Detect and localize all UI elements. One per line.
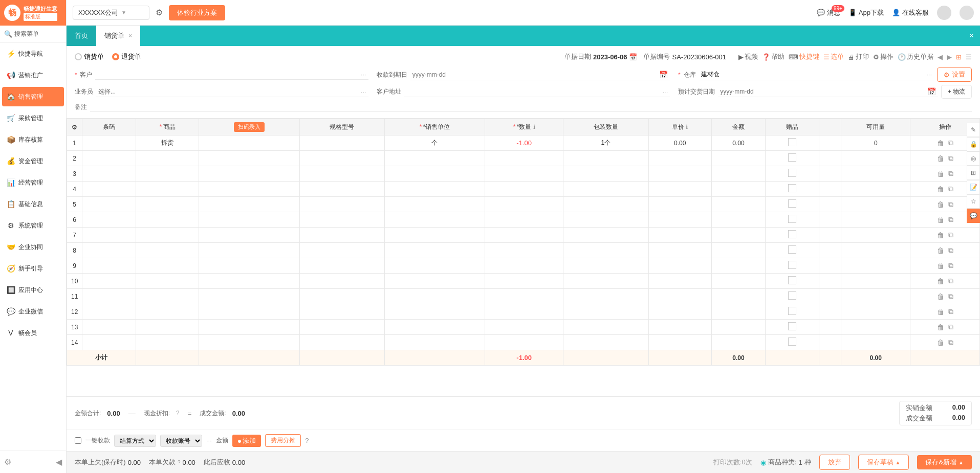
copy-row-icon[interactable]: ⧉ xyxy=(947,276,954,286)
copy-row-icon[interactable]: ⧉ xyxy=(947,153,954,164)
delete-row-icon[interactable]: 🗑 xyxy=(936,199,945,210)
cell-qty[interactable]: -1.00 xyxy=(485,136,563,151)
cell-barcode[interactable] xyxy=(82,136,136,151)
delete-row-icon[interactable]: 🗑 xyxy=(936,138,945,148)
copy-row-icon[interactable]: ⧉ xyxy=(947,322,954,332)
prev-icon[interactable]: ◀ xyxy=(938,53,943,61)
sidebar-item-guide[interactable]: 🧭 新手引导 xyxy=(2,259,64,278)
logistics-button[interactable]: + 物流 xyxy=(941,85,972,99)
cell-gift[interactable] xyxy=(765,136,819,151)
history-action[interactable]: 🕐 历史单据 xyxy=(898,52,933,61)
discount-help-icon[interactable]: ? xyxy=(176,410,180,417)
delete-row-icon[interactable]: 🗑 xyxy=(936,337,945,348)
delete-row-icon[interactable]: 🗑 xyxy=(936,276,945,286)
due-date-input[interactable] xyxy=(412,71,660,78)
copy-row-icon[interactable]: ⧉ xyxy=(947,168,954,179)
sidebar-item-marketing[interactable]: 📢 营销推广 xyxy=(2,65,64,85)
settings-button[interactable]: ⚙ 设置 xyxy=(937,67,972,82)
copy-row-icon[interactable]: ⧉ xyxy=(947,138,954,148)
customer-input[interactable] xyxy=(97,71,361,78)
sidebar-item-sales[interactable]: 🏠 销售管理 xyxy=(2,87,64,106)
help-action[interactable]: ❓ 帮助 xyxy=(762,52,785,61)
radio-return[interactable]: 退货单 xyxy=(112,52,141,61)
product-type-radio-icon[interactable]: ◉ xyxy=(760,459,766,466)
operate-action[interactable]: ⚙ 操作 xyxy=(873,52,894,61)
sidebar-item-quicknav[interactable]: ⚡ 快捷导航 xyxy=(2,44,64,63)
due-date-calendar-icon[interactable]: 📅 xyxy=(659,71,668,79)
delete-row-icon[interactable]: 🗑 xyxy=(936,169,945,179)
delete-row-icon[interactable]: 🗑 xyxy=(936,230,945,240)
delete-row-icon[interactable]: 🗑 xyxy=(936,322,945,332)
customer-dots-icon[interactable]: ··· xyxy=(361,71,366,78)
float-btn-7[interactable]: 💬 xyxy=(967,209,980,223)
calendar-icon[interactable]: 📅 xyxy=(629,53,637,61)
copy-row-icon[interactable]: ⧉ xyxy=(947,245,954,256)
th-scan[interactable]: 扫码录入 xyxy=(199,119,299,136)
delete-row-icon[interactable]: 🗑 xyxy=(936,153,945,164)
expense-help-icon[interactable]: ? xyxy=(305,437,309,444)
message-button[interactable]: 💬 消息 99+ xyxy=(817,8,840,17)
float-btn-1[interactable]: ✎ xyxy=(967,123,980,137)
list-icon[interactable]: ☰ xyxy=(966,53,972,61)
shortcut-action[interactable]: ⌨ 快捷键 xyxy=(789,52,819,61)
expense-split-button[interactable]: 费用分摊 xyxy=(265,434,301,447)
settings-icon[interactable]: ⚙ xyxy=(2,455,13,469)
tab-close-icon[interactable]: × xyxy=(128,32,132,39)
addr-dots-icon[interactable]: ··· xyxy=(662,88,668,96)
copy-row-icon[interactable]: ⧉ xyxy=(947,291,954,302)
delete-row-icon[interactable]: 🗑 xyxy=(936,245,945,256)
calc-method-select[interactable]: 结算方式 xyxy=(114,435,156,447)
sidebar-item-finance[interactable]: 💰 资金管理 xyxy=(2,151,64,171)
copy-row-icon[interactable]: ⧉ xyxy=(947,230,954,240)
sidebar-item-inventory[interactable]: 📦 库存核算 xyxy=(2,130,64,149)
float-btn-5[interactable]: 📝 xyxy=(967,180,980,194)
grid-icon[interactable]: ⊞ xyxy=(956,53,962,61)
video-action[interactable]: ▶ 视频 xyxy=(738,52,758,61)
expected-date-calendar-icon[interactable]: 📅 xyxy=(927,87,936,96)
sidebar-item-cooperation[interactable]: 🤝 企业协同 xyxy=(2,237,64,257)
sidebar-item-member[interactable]: V 畅会员 xyxy=(2,323,64,343)
cell-unit[interactable]: 个 xyxy=(384,136,485,151)
save-draft-button[interactable]: 保存草稿 ▲ xyxy=(858,455,909,470)
cell-price[interactable]: 0.00 xyxy=(648,136,712,151)
delete-row-icon[interactable]: 🗑 xyxy=(936,261,945,271)
one-click-checkbox[interactable] xyxy=(75,437,81,444)
abandon-button[interactable]: 放弃 xyxy=(819,455,850,470)
cell-spec[interactable] xyxy=(299,136,384,151)
online-support-button[interactable]: 👤 在线客服 xyxy=(892,8,929,17)
th-settings[interactable]: ⚙ xyxy=(67,119,82,136)
delete-row-icon[interactable]: 🗑 xyxy=(936,215,945,225)
float-btn-2[interactable]: 🔒 xyxy=(967,137,980,151)
copy-row-icon[interactable]: ⧉ xyxy=(947,184,954,194)
add-button[interactable]: ● 添加 xyxy=(232,435,261,447)
float-btn-4[interactable]: ⊞ xyxy=(967,166,980,180)
float-btn-3[interactable]: ◎ xyxy=(967,151,980,166)
delete-row-icon[interactable]: 🗑 xyxy=(936,291,945,302)
delete-row-icon[interactable]: 🗑 xyxy=(936,184,945,194)
tab-sales-order[interactable]: 销货单 × xyxy=(96,26,140,46)
window-close-icon[interactable]: × xyxy=(969,31,974,40)
copy-row-icon[interactable]: ⧉ xyxy=(947,214,954,225)
delete-row-icon[interactable]: 🗑 xyxy=(936,307,945,317)
sidebar-item-basic[interactable]: 📋 基础信息 xyxy=(2,194,64,214)
sidebar-item-system[interactable]: ⚙ 系统管理 xyxy=(2,216,64,235)
salesperson-dots-icon[interactable]: ··· xyxy=(361,88,366,96)
radio-sale[interactable]: 销货单 xyxy=(75,52,104,61)
sidebar-item-operations[interactable]: 📊 经营管理 xyxy=(2,173,64,192)
app-download-button[interactable]: 📱 App下载 xyxy=(848,8,884,17)
expected-date-input[interactable] xyxy=(720,88,927,95)
copy-row-icon[interactable]: ⧉ xyxy=(947,306,954,317)
save-new-button[interactable]: 保存&新增 ▲ xyxy=(917,455,972,469)
collapse-icon[interactable]: ◀ xyxy=(54,455,64,469)
cell-amount[interactable]: 0.00 xyxy=(712,136,766,151)
company-selector[interactable]: XXXXXX公司 ▼ xyxy=(73,6,149,20)
sidebar-search[interactable]: 🔍 搜索菜单 xyxy=(0,26,66,43)
float-btn-6[interactable]: ☆ xyxy=(967,194,980,209)
note-input[interactable] xyxy=(92,103,970,110)
copy-row-icon[interactable]: ⧉ xyxy=(947,199,954,210)
cell-pack-qty[interactable]: 1个 xyxy=(563,136,648,151)
sidebar-item-appstore[interactable]: 🔲 应用中心 xyxy=(2,280,64,300)
account-dots-icon[interactable]: ··· xyxy=(206,437,212,444)
scan-button[interactable]: 扫码录入 xyxy=(234,122,265,132)
customer-addr-input[interactable] xyxy=(406,88,663,95)
